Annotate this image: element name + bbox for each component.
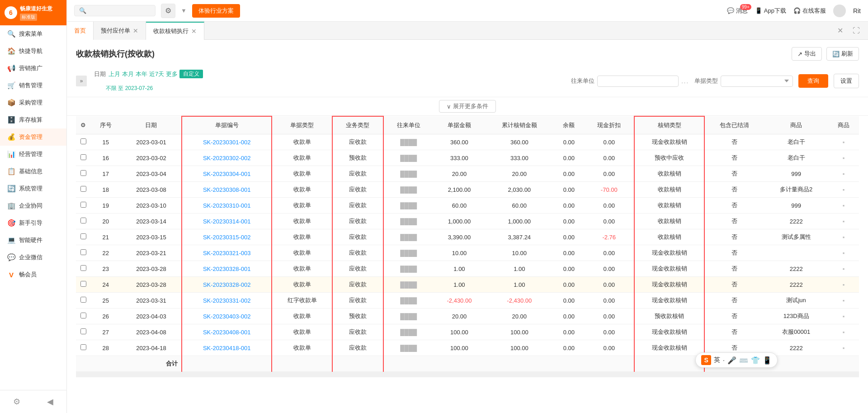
- filter-this-month[interactable]: 本月: [122, 70, 134, 78]
- bill-no-link[interactable]: SK-20230403-002: [203, 313, 251, 320]
- bill-no-link[interactable]: SK-20230315-002: [203, 234, 251, 241]
- cell-checkbox[interactable]: [76, 261, 90, 277]
- bill-no-link[interactable]: SK-20230304-001: [203, 171, 251, 177]
- bill-no-link[interactable]: SK-20230310-001: [203, 202, 251, 209]
- export-btn[interactable]: ↗ 导出: [792, 47, 822, 61]
- partner-dots[interactable]: ...: [681, 78, 689, 85]
- tab-expand-btn[interactable]: ⛶: [850, 24, 863, 37]
- sidebar-item-marketing[interactable]: 📢 营销推广: [0, 60, 66, 77]
- cell-checkbox[interactable]: [76, 277, 90, 293]
- col-settings-icon[interactable]: ⚙: [80, 122, 86, 128]
- sidebar-item-member[interactable]: V 畅会员: [0, 266, 66, 283]
- tab-prepay[interactable]: 预付应付单 ✕: [94, 22, 146, 40]
- cell-checkbox[interactable]: [76, 340, 90, 356]
- cell-bill-no: SK-20230302-002: [182, 150, 272, 166]
- cell-include-settled: 否: [704, 229, 764, 245]
- sidebar-collapse-btn[interactable]: ◀: [42, 394, 58, 409]
- bill-no-link[interactable]: SK-20230328-001: [203, 266, 251, 272]
- msg-badge: 99+: [740, 4, 751, 10]
- bill-no-link[interactable]: SK-20230302-002: [203, 155, 251, 161]
- floating-clothes-btn[interactable]: 👕: [751, 356, 760, 365]
- bill-no-link[interactable]: SK-20230328-002: [203, 281, 251, 288]
- sidebar-item-basics[interactable]: 📋 基础信息: [0, 163, 66, 180]
- cell-balance: 0.00: [554, 245, 585, 261]
- filter-last-month[interactable]: 上月: [108, 70, 120, 78]
- tab-close-btn[interactable]: ✕: [834, 24, 846, 37]
- sidebar-item-finance[interactable]: 💰 资金管理: [0, 128, 66, 146]
- filter-more[interactable]: 更多: [166, 70, 178, 78]
- cell-checkbox[interactable]: [76, 150, 90, 166]
- sidebar-item-search[interactable]: 🔍 搜索菜单: [0, 25, 66, 43]
- sidebar-item-system[interactable]: 🔄 系统管理: [0, 180, 66, 197]
- cell-checkbox[interactable]: [76, 293, 90, 309]
- cell-checkbox[interactable]: [76, 309, 90, 324]
- sales-icon: 🛒: [7, 81, 15, 90]
- tab-home-label: 首页: [74, 27, 86, 35]
- topbar-app-btn[interactable]: 📱 App下载: [755, 7, 786, 15]
- col-settings[interactable]: ⚙: [76, 116, 90, 134]
- topbar-search[interactable]: 🔍: [74, 5, 156, 16]
- filter-last-7days[interactable]: 近7天: [149, 70, 164, 78]
- tab-prepay-close[interactable]: ✕: [133, 27, 138, 34]
- sidebar-item-wechat[interactable]: 💬 企业微信: [0, 249, 66, 266]
- topbar-gear-btn[interactable]: ⚙: [161, 4, 175, 18]
- query-btn[interactable]: 查询: [798, 74, 828, 88]
- partner-label: 往来单位: [571, 77, 594, 85]
- solution-btn[interactable]: 体验行业方案: [192, 4, 240, 18]
- sidebar-item-hardware[interactable]: 💻 智能硬件: [0, 232, 66, 249]
- filter-collapse-btn[interactable]: »: [76, 76, 87, 86]
- sidebar-item-quick-nav[interactable]: 🏠 快捷导航: [0, 43, 66, 60]
- cell-checkbox[interactable]: [76, 214, 90, 229]
- bill-no-link[interactable]: SK-20230314-001: [203, 218, 251, 225]
- sidebar-item-guide[interactable]: 🎯 新手引导: [0, 214, 66, 232]
- bill-no-link[interactable]: SK-20230331-002: [203, 297, 251, 304]
- sidebar-item-operations[interactable]: 📊 经营管理: [0, 146, 66, 163]
- cell-checkbox[interactable]: [76, 166, 90, 182]
- cell-checkbox[interactable]: [76, 324, 90, 340]
- table-container: ⚙ 序号 日期 单据编号 单据类型 业务类型 往来单位 单据金额 累计核销金额: [67, 116, 868, 386]
- partner-input[interactable]: [597, 76, 679, 87]
- floating-mic-btn[interactable]: 🎤: [727, 356, 736, 365]
- tab-home[interactable]: 首页: [67, 22, 94, 40]
- page-title: 收款核销执行(按收款): [76, 48, 155, 59]
- basics-icon: 📋: [7, 167, 15, 176]
- topbar-service-btn[interactable]: 🎧 在线客服: [793, 7, 826, 15]
- footer-label: 合计: [76, 356, 182, 372]
- cell-checkbox[interactable]: [76, 245, 90, 261]
- cell-biz-type: 应收款: [332, 293, 383, 309]
- cell-checkbox[interactable]: [76, 229, 90, 245]
- bill-no-link[interactable]: SK-20230308-001: [203, 186, 251, 193]
- sidebar-gear-btn[interactable]: ⚙: [9, 394, 25, 409]
- sidebar-item-sales[interactable]: 🛒 销售管理: [0, 77, 66, 94]
- sidebar-item-label: 资金管理: [19, 133, 42, 141]
- bill-no-link[interactable]: SK-20230301-002: [203, 139, 251, 146]
- refresh-btn[interactable]: 🔄 刷新: [826, 47, 859, 61]
- bill-no-link[interactable]: SK-20230321-003: [203, 250, 251, 256]
- scrollbar-row: [76, 372, 859, 377]
- topbar-msg-btn[interactable]: 💬 消息 99+: [727, 7, 748, 15]
- tab-collection-close[interactable]: ✕: [191, 28, 197, 35]
- sidebar-item-label: 系统管理: [19, 185, 42, 193]
- cell-checkbox[interactable]: [76, 182, 90, 198]
- hardware-icon: 💻: [7, 236, 15, 244]
- cell-verified: 100.00: [485, 324, 553, 340]
- bill-type-select[interactable]: [721, 76, 793, 87]
- tab-collection[interactable]: 收款核销执行 ✕: [146, 22, 204, 40]
- expand-conditions-btn[interactable]: ∨ 展开更多条件: [439, 100, 496, 113]
- sidebar-item-purchase[interactable]: 📦 采购管理: [0, 94, 66, 111]
- cell-balance: 0.00: [554, 309, 585, 324]
- floating-apps-btn[interactable]: 📱: [763, 356, 772, 365]
- cell-checkbox[interactable]: [76, 198, 90, 214]
- cell-date: 2023-03-10: [121, 198, 182, 214]
- bill-no-link[interactable]: SK-20230408-001: [203, 329, 251, 336]
- floating-keyboard-btn[interactable]: ⌨️: [739, 356, 748, 365]
- sidebar-item-inventory[interactable]: 🗄️ 库存核算: [0, 111, 66, 128]
- cell-bill-no: SK-20230315-002: [182, 229, 272, 245]
- filter-custom-btn[interactable]: 自定义: [179, 70, 203, 78]
- filter-this-year[interactable]: 本年: [136, 70, 147, 78]
- user-avatar[interactable]: [833, 5, 846, 17]
- filter-settings-btn[interactable]: 设置: [834, 74, 859, 88]
- sidebar-item-enterprise[interactable]: 🏢 企业协同: [0, 197, 66, 214]
- bill-no-link[interactable]: SK-20230418-001: [203, 345, 251, 351]
- cell-checkbox[interactable]: [76, 134, 90, 150]
